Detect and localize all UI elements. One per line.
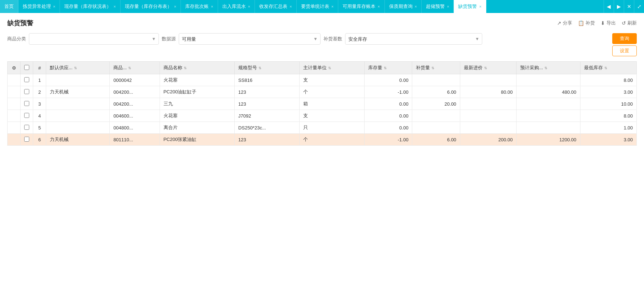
row-goods-name: 火花塞 <box>160 110 234 122</box>
page-header: 缺货预警 ↗ 分享 📋 补货 ⬇ 导出 ↺ 刷新 <box>7 19 637 27</box>
replenish-select[interactable]: 安全库存 <box>345 33 482 45</box>
table-row[interactable]: 5 004800... 离合片 DS250*23c... 只 0.00 1.00 <box>8 122 637 134</box>
row-checkbox[interactable] <box>24 77 29 82</box>
row-checkbox-cell[interactable] <box>21 134 33 146</box>
close-tab-stock-dist[interactable]: × <box>174 4 176 9</box>
category-select[interactable] <box>29 33 159 45</box>
datasource-select[interactable]: 可用量 <box>179 33 321 45</box>
close-tab-requisition[interactable]: × <box>331 4 334 9</box>
filter-replenish-group: 补货基数 安全库存 ▼ <box>323 33 482 45</box>
row-unit: 只 <box>299 122 364 134</box>
nav-controls: ◀ ▶ ✕ ⤢ <box>604 0 644 13</box>
tab-summary[interactable]: 收发存汇总表 × <box>255 0 296 13</box>
row-stock: 0.00 <box>364 74 412 86</box>
row-checkbox[interactable] <box>24 113 29 118</box>
share-icon: ↗ <box>557 20 561 26</box>
row-checkbox-cell[interactable] <box>21 122 33 134</box>
row-num: 1 <box>33 74 46 86</box>
row-supplier <box>46 98 110 110</box>
row-checkbox-cell[interactable] <box>21 98 33 110</box>
row-supplier <box>46 110 110 122</box>
row-goods-name: 火花塞 <box>160 74 234 86</box>
tab-batch[interactable]: 库存批次账 × <box>181 0 218 13</box>
settings-icon: ⚙ <box>12 65 16 71</box>
close-tab-shortage[interactable]: × <box>479 4 481 9</box>
replenish-button[interactable]: 📋 补货 <box>578 20 595 26</box>
settings-button[interactable]: 设置 <box>612 45 637 56</box>
row-checkbox[interactable] <box>24 89 29 94</box>
nav-expand-btn[interactable]: ⤢ <box>634 0 644 13</box>
tab-overstock[interactable]: 超储预警 × <box>422 0 454 13</box>
row-checkbox-cell[interactable] <box>21 86 33 98</box>
th-est-purchase[interactable]: 预计采购... ⇅ <box>517 62 580 74</box>
row-latest-price <box>460 122 516 134</box>
close-tab-batch[interactable]: × <box>211 4 213 9</box>
row-checkbox-cell[interactable] <box>21 110 33 122</box>
sort-latestprice-icon: ⇅ <box>484 66 487 70</box>
table-row[interactable]: 2 力天机械 004200... PC200油缸缸子 123 个 -1.00 6… <box>8 86 637 98</box>
tab-available[interactable]: 可用量库存账本 × <box>338 0 384 13</box>
row-goods-name: PC200张紧油缸 <box>160 134 234 146</box>
sort-minstock-icon: ⇅ <box>604 66 607 70</box>
query-button[interactable]: 查询 <box>612 33 637 44</box>
row-checkbox[interactable] <box>24 101 29 106</box>
row-settings-cell <box>8 98 21 110</box>
row-min-stock: 3.00 <box>580 86 636 98</box>
tab-home[interactable]: 首页 <box>0 0 18 13</box>
nav-prev-btn[interactable]: ◀ <box>604 0 614 13</box>
close-tab-available[interactable]: × <box>378 4 380 9</box>
th-unit[interactable]: 主计量单位 ⇅ <box>299 62 364 74</box>
row-min-stock: 10.00 <box>580 98 636 110</box>
tab-shortage[interactable]: 缺货预警 × <box>454 0 486 13</box>
table-row[interactable]: 1 0000042 火花塞 SS816 支 0.00 8.00 <box>8 74 637 86</box>
table-row[interactable]: 6 力天机械 801110... PC200张紧油缸 123 个 -1.00 6… <box>8 134 637 146</box>
row-supplier: 力天机械 <box>46 134 110 146</box>
row-stock: 0.00 <box>364 122 412 134</box>
nav-next-btn[interactable]: ▶ <box>614 0 624 13</box>
row-checkbox-cell[interactable] <box>21 74 33 86</box>
th-latest-price[interactable]: 最新进价 ⇅ <box>460 62 516 74</box>
tab-requisition[interactable]: 要货单统计表 × <box>297 0 338 13</box>
th-min-stock[interactable]: 最低库存 ⇅ <box>580 62 636 74</box>
tab-stock-status[interactable]: 现存量（库存状况表） × <box>60 0 120 13</box>
row-num: 5 <box>33 122 46 134</box>
tab-stock-dist[interactable]: 现存量（库存分布表） × <box>121 0 181 13</box>
row-goods-code: 0000042 <box>110 74 160 86</box>
tab-inout[interactable]: 出入库流水 × <box>218 0 255 13</box>
th-replenish[interactable]: 补货量 ⇅ <box>412 62 460 74</box>
row-replenish: 20.00 <box>412 98 460 110</box>
th-settings[interactable]: ⚙ <box>8 62 21 74</box>
row-settings-cell <box>8 122 21 134</box>
th-spec[interactable]: 规格型号 ⇅ <box>235 62 300 74</box>
close-tab-picking[interactable]: × <box>53 4 55 9</box>
th-goods-name[interactable]: 商品名称 ⇅ <box>160 62 234 74</box>
close-tab-overstock[interactable]: × <box>447 4 449 9</box>
nav-close-btn[interactable]: ✕ <box>624 0 634 13</box>
refresh-icon: ↺ <box>622 20 626 26</box>
row-spec: J7092 <box>235 110 300 122</box>
close-tab-summary[interactable]: × <box>290 4 292 9</box>
row-est-purchase <box>517 98 580 110</box>
share-button[interactable]: ↗ 分享 <box>557 20 572 26</box>
main-content: 缺货预警 ↗ 分享 📋 补货 ⬇ 导出 ↺ 刷新 商品分类 <box>0 13 644 287</box>
table-row[interactable]: 3 004200... 三九 123 箱 0.00 20.00 10.00 <box>8 98 637 110</box>
refresh-button[interactable]: ↺ 刷新 <box>622 20 637 26</box>
close-tab-inout[interactable]: × <box>248 4 250 9</box>
th-goods-code[interactable]: 商品... ⇅ <box>110 62 160 74</box>
row-unit: 箱 <box>299 98 364 110</box>
row-num: 3 <box>33 98 46 110</box>
th-stock[interactable]: 库存量 ⇅ <box>364 62 412 74</box>
close-tab-stock-status[interactable]: × <box>113 4 116 9</box>
export-button[interactable]: ⬇ 导出 <box>601 20 616 26</box>
close-tab-expiry[interactable]: × <box>415 4 417 9</box>
th-supplier[interactable]: 默认供应... ⇅ <box>46 62 110 74</box>
tab-picking[interactable]: 拣货异常处理 × <box>18 0 60 13</box>
row-goods-code: 004200... <box>110 98 160 110</box>
select-all-checkbox[interactable] <box>24 65 29 70</box>
row-checkbox[interactable] <box>24 125 29 130</box>
tab-expiry[interactable]: 保质期查询 × <box>385 0 422 13</box>
row-checkbox[interactable] <box>24 137 29 142</box>
row-spec: 123 <box>235 86 300 98</box>
sort-estpurchase-icon: ⇅ <box>544 66 547 70</box>
table-row[interactable]: 4 004600... 火花塞 J7092 支 0.00 8.00 <box>8 110 637 122</box>
